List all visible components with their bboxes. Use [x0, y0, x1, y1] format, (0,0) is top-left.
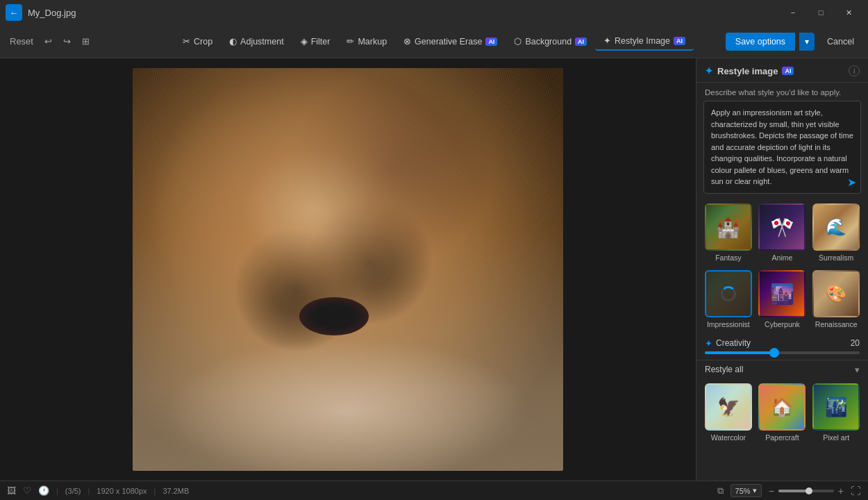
info-status-icon[interactable]: 🕐	[38, 485, 49, 496]
filter-label: Filter	[311, 37, 331, 47]
save-options-button[interactable]: Save options	[726, 33, 795, 51]
restyle-label: Restyle Image	[615, 36, 670, 46]
crop-tool[interactable]: ✂ Crop	[174, 33, 221, 50]
style-card-cyberpunk[interactable]: Cyberpunk	[758, 270, 808, 328]
back-button[interactable]: ←	[6, 4, 22, 21]
panel-ai-badge: AI	[782, 67, 794, 75]
info-button[interactable]: i	[849, 65, 860, 76]
crop-label: Crop	[194, 37, 212, 47]
zoom-out-button[interactable]: −	[769, 485, 774, 497]
panel-subtitle: Describe what style you'd like to apply.	[696, 83, 868, 101]
style-thumb-anime	[758, 203, 806, 251]
minimize-button[interactable]: −	[779, 0, 807, 25]
style-thumb-surrealism	[812, 203, 860, 251]
background-label: Background	[525, 37, 571, 47]
style-card-papercraft[interactable]: Papercraft	[758, 383, 808, 442]
overlay-icon[interactable]: ⧉	[717, 485, 724, 497]
zoom-slider-thumb[interactable]	[806, 488, 812, 494]
style-label-renaissance: Renaissance	[815, 320, 858, 328]
background-tool[interactable]: ⬡ Background AI	[506, 33, 595, 50]
panel-header: ✦ Restyle image AI i	[696, 58, 868, 83]
adjustment-label: Adjustment	[240, 37, 284, 47]
adjustment-icon: ◐	[229, 36, 237, 47]
style-thumb-cyberpunk	[758, 270, 806, 317]
dog-nose	[299, 297, 369, 335]
creativity-slider-thumb[interactable]	[769, 348, 779, 358]
style-thumb-papercraft	[758, 383, 806, 431]
image-dimensions: 1920 x 1080px	[97, 487, 147, 495]
window-controls: − □ ✕	[779, 0, 862, 25]
restyle-ai-badge: AI	[674, 37, 685, 45]
creativity-slider-wrap	[696, 351, 868, 360]
style-description-input[interactable]: Apply an impressionism art style, charac…	[703, 101, 861, 194]
zoom-slider[interactable]	[778, 490, 834, 492]
zoom-controls: − +	[769, 485, 844, 497]
creativity-text: Creativity	[716, 338, 751, 348]
panel-title-text: Restyle image	[717, 66, 778, 76]
file-size: 37.2MB	[162, 487, 189, 495]
status-sep3: |	[154, 487, 156, 495]
zoom-in-button[interactable]: +	[838, 485, 844, 497]
generative-erase-ai-badge: AI	[485, 38, 497, 46]
markup-label: Markup	[358, 37, 387, 47]
save-group: Save options ▾ Cancel	[726, 33, 862, 51]
style-label-pixelart: Pixel art	[823, 433, 849, 442]
style-card-watercolor[interactable]: Watercolor	[703, 383, 753, 442]
style-card-renaissance[interactable]: Renaissance	[811, 270, 861, 328]
undo-button[interactable]: ↩	[40, 33, 56, 49]
toolbar: Reset ↩ ↪ ⊞ ✂ Crop ◐ Adjustment ◈ Filter…	[0, 25, 868, 58]
generative-erase-label: Generative Erase	[415, 37, 482, 47]
main-area: ✦ Restyle image AI i Describe what style…	[0, 58, 868, 481]
maximize-button[interactable]: □	[807, 0, 835, 25]
style-label-papercraft: Papercraft	[765, 433, 799, 442]
right-panel: ✦ Restyle image AI i Describe what style…	[696, 58, 868, 481]
style-label-impressionist: Impressionist	[707, 320, 750, 328]
filter-icon: ◈	[301, 36, 308, 47]
close-button[interactable]: ✕	[835, 0, 862, 25]
zoom-value-display[interactable]: 75% ▾	[731, 484, 762, 497]
generative-erase-tool[interactable]: ⊗ Generative Erase AI	[395, 33, 506, 50]
tool-group-left: Reset ↩ ↪ ⊞	[6, 33, 94, 49]
markup-tool[interactable]: ✏ Markup	[338, 33, 395, 50]
restyle-icon: ✦	[603, 35, 611, 46]
status-sep2: |	[87, 487, 90, 495]
style-thumb-renaissance	[812, 270, 860, 317]
style-grid-row3: Watercolor Papercraft Pixel art	[696, 381, 868, 447]
image-area	[0, 58, 696, 481]
style-label-fantasy: Fantasy	[715, 253, 741, 262]
restyle-panel-icon: ✦	[705, 65, 713, 76]
style-label-surrealism: Surrealism	[819, 253, 853, 262]
markup-icon: ✏	[347, 36, 354, 47]
style-thumb-fantasy	[705, 203, 752, 251]
style-card-anime[interactable]: Anime	[758, 203, 808, 262]
style-card-surrealism[interactable]: Surrealism	[811, 203, 861, 262]
style-description-text: Apply an impressionism art style, charac…	[711, 108, 853, 185]
style-card-fantasy[interactable]: Fantasy	[703, 203, 753, 262]
fullscreen-button[interactable]: ⛶	[851, 485, 861, 497]
cancel-button[interactable]: Cancel	[819, 33, 862, 51]
zoom-slider-fill	[778, 490, 809, 492]
frame-count: (3/5)	[65, 487, 81, 495]
send-button[interactable]: ➤	[847, 176, 856, 189]
heart-icon[interactable]: ♡	[23, 485, 31, 496]
filter-tool[interactable]: ◈ Filter	[292, 33, 339, 50]
view-icon[interactable]: 🖼	[7, 485, 16, 496]
reset-button[interactable]: Reset	[6, 33, 37, 49]
restyle-image-tool[interactable]: ✦ Restyle Image AI	[595, 32, 694, 51]
statusbar: 🖼 ♡ 🕐 | (3/5) | 1920 x 1080px | 37.2MB ⧉…	[0, 481, 868, 500]
style-label-anime: Anime	[772, 253, 793, 262]
grid-button[interactable]: ⊞	[78, 33, 94, 49]
back-icon: ←	[10, 8, 19, 18]
restyle-all-row[interactable]: Restyle all ▾	[696, 360, 868, 378]
adjustment-tool[interactable]: ◐ Adjustment	[221, 33, 292, 50]
redo-button[interactable]: ↪	[59, 33, 75, 49]
restyle-all-chevron[interactable]: ▾	[855, 365, 860, 375]
style-card-pixelart[interactable]: Pixel art	[811, 383, 861, 442]
creativity-slider[interactable]	[705, 351, 860, 354]
style-card-impressionist[interactable]: Impressionist	[703, 270, 753, 328]
creativity-label: ✦ Creativity	[705, 338, 751, 349]
style-thumb-pixelart	[812, 383, 860, 431]
save-options-dropdown[interactable]: ▾	[799, 33, 815, 51]
style-thumb-watercolor	[705, 383, 752, 431]
titlebar: ← My_Dog.jpg − □ ✕	[0, 0, 868, 25]
